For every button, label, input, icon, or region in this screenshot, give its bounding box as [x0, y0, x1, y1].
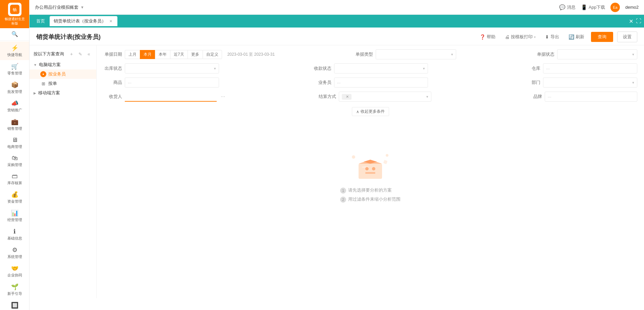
date-btn-7days[interactable]: 近7天	[170, 50, 187, 59]
sidebar-item-finance[interactable]: 💰 资金管理	[0, 188, 29, 207]
empty-num-2: 2	[340, 197, 346, 203]
message-label: 消息	[567, 4, 576, 10]
header-dropdown-icon[interactable]: ▾	[81, 5, 84, 10]
content-area: 销货单统计表(按业务员) ❓ 帮助 🖨 按模板打印 ▾ ⬇ 导出	[30, 28, 644, 310]
sidebar-item-newbie[interactable]: 🌱 新手引导	[0, 280, 29, 299]
doc-type-select[interactable]: ▾	[376, 49, 456, 59]
sidebar-logo[interactable]: 畅 畅捷通好生意 标版	[0, 0, 29, 28]
settlement-tag[interactable]: ✕	[342, 94, 352, 100]
add-scheme-icon[interactable]: +	[68, 51, 75, 57]
salesrep-scheme-icon: ●	[40, 71, 46, 77]
date-range-text: 2023-03-01 至 2023-03-31	[227, 52, 275, 57]
print-dropdown-icon[interactable]: ▾	[534, 35, 536, 39]
sidebar-search-item[interactable]: 🔍	[0, 28, 29, 41]
newbie-icon: 🌱	[11, 283, 18, 291]
inventory-icon: 🗃	[12, 173, 18, 180]
sales-rep-select[interactable]: ···	[334, 78, 428, 88]
tab-home[interactable]: 首页	[32, 16, 49, 26]
tree-group-pc[interactable]: ▼ 电脑端方案	[30, 60, 96, 69]
sidebar-item-apps[interactable]: 🔲 应用中心	[0, 299, 29, 310]
tree-group-mobile[interactable]: ▶ 移动端方案	[30, 88, 96, 98]
tab-close-all-icon[interactable]: ✕	[629, 18, 633, 24]
doc-status-arrow: ▾	[632, 52, 634, 57]
sidebar-item-operation[interactable]: 📊 经营管理	[0, 207, 29, 225]
page-actions: ❓ 帮助 🖨 按模板打印 ▾ ⬇ 导出 🔄 刷新	[477, 32, 637, 42]
corp-icon: 🤝	[11, 265, 18, 272]
tab-bar: 首页 销货单统计表（按业务员） ✕ ✕ ⛶	[30, 15, 644, 28]
tree-arrow-pc: ▼	[34, 63, 37, 67]
settlement-arrow: ▾	[426, 95, 428, 99]
tab-close-icon[interactable]: ✕	[108, 18, 113, 24]
sidebar-item-ecommerce[interactable]: 🖥 电商管理	[0, 134, 29, 152]
filter-area: 单据日期 上月 本月 本年 近7天 更多 自定义 2023-03-01 至 20…	[103, 49, 637, 102]
tree-item-by-order[interactable]: ⊞ 按单	[30, 79, 96, 88]
user-avatar[interactable]: Ea	[610, 3, 620, 12]
date-btn-this-month[interactable]: 本月	[140, 50, 155, 59]
message-button[interactable]: 💬 消息	[559, 4, 576, 10]
collapse-panel-icon[interactable]: «	[86, 51, 92, 57]
collapse-label: 收起更多条件	[361, 109, 385, 114]
receiver-dots[interactable]: ···	[221, 94, 225, 100]
date-btn-custom[interactable]: 自定义	[203, 50, 222, 59]
svg-point-4	[352, 155, 355, 159]
avatar-text: Ea	[613, 5, 618, 9]
apps-icon: 🔲	[11, 302, 18, 309]
receiver-label: 收货人	[103, 94, 122, 100]
doc-status-label: 单据状态	[536, 51, 554, 57]
download-icon: 📱	[581, 4, 587, 10]
sidebar-item-wholesale[interactable]: 📦 批发管理	[0, 79, 29, 97]
user-name[interactable]: demo2	[625, 5, 639, 10]
empty-hint-1: 1 请先选择要分析的方案	[340, 187, 400, 194]
sidebar-item-system[interactable]: ⚙ 系统管理	[0, 244, 29, 262]
left-panel-title: 按以下方案查询	[34, 51, 64, 57]
brand-select[interactable]: ···	[545, 92, 637, 102]
wholesale-icon: 📦	[11, 81, 18, 89]
print-label: 按模板打印	[511, 34, 533, 40]
inventory-label: 库存核算	[7, 180, 22, 186]
sidebar-item-sales[interactable]: 💼 销售管理	[0, 115, 29, 134]
sidebar-item-inventory[interactable]: 🗃 库存核算	[0, 170, 29, 188]
export-button[interactable]: ⬇ 导出	[542, 33, 562, 41]
marketing-label: 营销推广	[7, 108, 22, 113]
receipt-status-select[interactable]: ▾	[334, 63, 428, 73]
settlement-select[interactable]: ✕ ▾	[339, 92, 431, 102]
sidebar-item-corp[interactable]: 🤝 企业协同	[0, 262, 29, 280]
finance-label: 资金管理	[7, 199, 22, 204]
warehouse-select[interactable]: ···	[543, 63, 637, 73]
settings-button[interactable]: 设置	[617, 32, 637, 42]
header-right: 💬 消息 📱 App下载 Ea demo2	[559, 3, 639, 12]
tree-item-by-salesrep[interactable]: ● 按业务员	[30, 69, 96, 79]
dept-select[interactable]: ▾	[543, 78, 637, 88]
edit-scheme-icon[interactable]: ✎	[77, 51, 84, 57]
date-btn-more[interactable]: 更多	[187, 50, 203, 59]
filter-row-3: 商品 ··· 业务员 ··· 部门	[103, 78, 637, 88]
product-label: 商品	[103, 80, 122, 86]
help-button[interactable]: ❓ 帮助	[477, 33, 498, 41]
sidebar-item-marketing[interactable]: 📣 营销推广	[0, 97, 29, 115]
receiver-input[interactable]	[125, 92, 217, 102]
date-btn-this-year[interactable]: 本年	[155, 50, 170, 59]
out-status-select[interactable]: ▾	[125, 63, 219, 73]
print-button[interactable]: 🖨 按模板打印 ▾	[502, 33, 538, 41]
date-btn-last-month[interactable]: 上月	[125, 50, 140, 59]
refresh-button[interactable]: 🔄 刷新	[566, 33, 587, 41]
sidebar-item-retail[interactable]: 🛒 零售管理	[0, 60, 29, 79]
tab-sales-stat[interactable]: 销货单统计表（按业务员） ✕	[50, 16, 117, 26]
sidebar-item-quicknav[interactable]: ⚡ 快捷导航	[0, 42, 29, 60]
marketing-icon: 📣	[11, 100, 18, 107]
query-button[interactable]: 查询	[591, 32, 613, 42]
tab-expand-icon[interactable]: ⛶	[636, 18, 641, 24]
print-icon: 🖨	[505, 34, 509, 40]
settlement-tag-close-icon[interactable]: ✕	[346, 95, 349, 99]
app-download-button[interactable]: 📱 App下载	[581, 4, 605, 10]
tree-group-pc-label: 电脑端方案	[39, 62, 61, 68]
product-select[interactable]: ···	[125, 78, 219, 88]
sidebar-item-basic[interactable]: ℹ 基础信息	[0, 225, 29, 244]
doc-status-select[interactable]: ▾	[557, 49, 637, 59]
sidebar-item-purchase[interactable]: 🛍 采购管理	[0, 152, 29, 170]
quicknav-label: 快捷导航	[7, 52, 22, 57]
empty-text-list: 1 请先选择要分析的方案 2 用过滤条件来缩小分析范围	[340, 187, 400, 205]
help-label: 帮助	[487, 34, 495, 40]
collapse-button[interactable]: ∧ 收起更多条件	[352, 107, 389, 116]
receipt-status-label: 收款状态	[313, 65, 331, 71]
